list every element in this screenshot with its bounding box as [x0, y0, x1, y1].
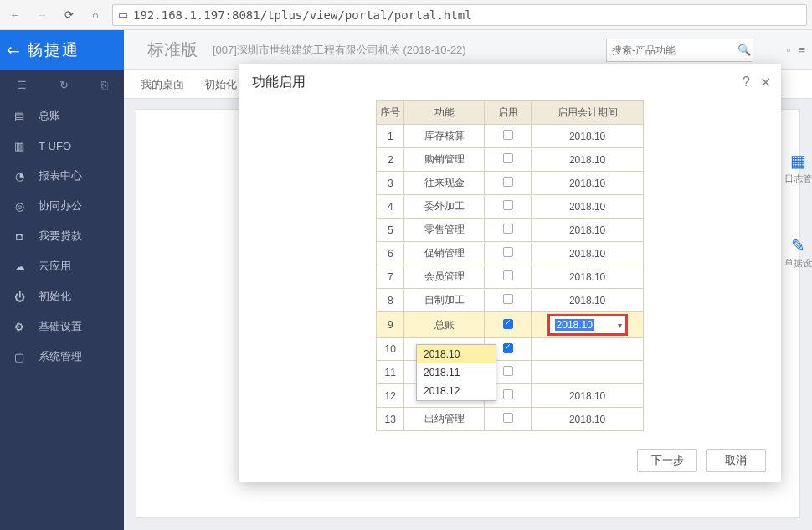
sidebar-item-reports[interactable]: ◔报表中心: [0, 161, 124, 191]
sidebar-item-ledger[interactable]: ▤总账: [0, 100, 124, 131]
table-row[interactable]: 5零售管理2018.10: [377, 219, 644, 242]
cancel-button[interactable]: 取消: [706, 449, 766, 472]
col-period: 启用会计期间: [532, 101, 644, 125]
sidebar-item-collab[interactable]: ◎协同办公: [0, 191, 124, 221]
sidebar-item-base[interactable]: ⚙基础设置: [0, 311, 124, 342]
enable-checkbox[interactable]: [503, 389, 513, 399]
cell-index: 13: [377, 408, 404, 431]
cell-enable[interactable]: [485, 125, 532, 148]
save-icon[interactable]: ▫: [787, 44, 791, 56]
cell-enable[interactable]: [485, 219, 532, 242]
forward-button[interactable]: →: [32, 5, 52, 25]
refresh-icon[interactable]: ↻: [59, 79, 69, 91]
enable-checkbox[interactable]: [503, 247, 513, 257]
cell-period: 2018.10: [532, 125, 644, 148]
sidebar-item-label: 基础设置: [39, 319, 82, 334]
table-row[interactable]: 13出纳管理2018.10: [377, 408, 644, 431]
float-label: 单据设: [784, 257, 812, 270]
table-row[interactable]: 2购销管理2018.10: [377, 148, 644, 172]
modal-title: 功能启用: [252, 74, 306, 91]
brand-logo[interactable]: ⇐ 畅捷通: [0, 30, 124, 70]
back-arrow-icon[interactable]: ⇐: [7, 40, 22, 59]
period-value: 2018.10: [555, 319, 594, 331]
enable-checkbox[interactable]: [503, 200, 513, 210]
table-row[interactable]: 8自制加工2018.10: [377, 289, 644, 312]
sidebar-item-label: 我要贷款: [39, 229, 82, 244]
dropdown-option[interactable]: 2018.12: [417, 382, 496, 400]
enable-checkbox[interactable]: [503, 130, 513, 140]
sidebar-item-label: 系统管理: [39, 349, 82, 364]
brand-text: 畅捷通: [27, 39, 80, 61]
search-icon[interactable]: 🔍: [737, 44, 751, 56]
cell-enable[interactable]: [485, 312, 532, 338]
enable-checkbox[interactable]: [503, 319, 513, 329]
close-icon[interactable]: ✕: [760, 75, 771, 90]
cell-enable[interactable]: [485, 408, 532, 431]
dropdown-option[interactable]: 2018.10: [417, 345, 496, 363]
cell-index: 5: [377, 219, 404, 242]
cell-period[interactable]: 2018.10▾: [532, 312, 644, 338]
tab-init[interactable]: 初始化: [204, 77, 237, 92]
chart-icon: ◔: [12, 170, 27, 183]
enable-checkbox[interactable]: [503, 294, 513, 304]
table-row[interactable]: 4委外加工2018.10: [377, 195, 644, 219]
enable-checkbox[interactable]: [503, 153, 513, 163]
power-icon: ⏻: [12, 291, 27, 303]
help-icon[interactable]: ?: [743, 75, 750, 90]
sidebar-item-tufo[interactable]: ▥T-UFO: [0, 131, 124, 161]
cell-period: 2018.10: [532, 408, 644, 431]
cell-enable[interactable]: [485, 242, 532, 265]
sidebar-item-sys[interactable]: ▢系统管理: [0, 342, 124, 372]
search-input[interactable]: [612, 44, 737, 56]
calendar-icon: ▦: [790, 151, 806, 171]
col-feature: 功能: [404, 101, 485, 125]
sidebar-item-label: 报表中心: [39, 168, 82, 183]
cell-period: 2018.10: [532, 148, 644, 172]
reload-button[interactable]: ⟳: [59, 5, 79, 25]
cell-feature: 促销管理: [404, 242, 485, 265]
chevron-down-icon: ▾: [618, 321, 622, 330]
sidebar-item-init[interactable]: ⏻初始化: [0, 281, 124, 311]
sidebar-item-cloud[interactable]: ☁云应用: [0, 251, 124, 281]
period-dropdown[interactable]: 2018.10▾: [547, 314, 628, 336]
sidebar-item-loan[interactable]: ◘我要贷款: [0, 221, 124, 251]
enable-checkbox[interactable]: [503, 177, 513, 187]
cell-feature: 会员管理: [404, 265, 485, 289]
ufo-icon: ▥: [12, 140, 27, 152]
next-button[interactable]: 下一步: [637, 449, 697, 472]
cell-feature: 出纳管理: [404, 408, 485, 431]
url-bar[interactable]: ▭ 192.168.1.197:8081/tplus/view/portal/p…: [112, 4, 807, 26]
enable-checkbox[interactable]: [503, 224, 513, 234]
table-row[interactable]: 9总账2018.10▾: [377, 312, 644, 338]
expand-icon[interactable]: ⎘: [101, 79, 108, 91]
dropdown-option[interactable]: 2018.11: [417, 363, 496, 382]
home-button[interactable]: ⌂: [85, 5, 105, 25]
settings-icon[interactable]: ≡: [799, 44, 805, 56]
page-title: 标准版: [147, 39, 198, 61]
cell-enable[interactable]: [485, 148, 532, 172]
back-button[interactable]: ←: [5, 5, 25, 25]
col-index: 序号: [377, 101, 404, 125]
tab-desktop[interactable]: 我的桌面: [141, 77, 184, 92]
cell-index: 1: [377, 125, 404, 148]
enable-checkbox[interactable]: [503, 343, 513, 353]
cell-period: 2018.10: [532, 265, 644, 289]
edit-icon: ✎: [791, 235, 805, 255]
menu-icon[interactable]: ☰: [17, 79, 27, 91]
enable-checkbox[interactable]: [503, 366, 513, 376]
table-row[interactable]: 1库存核算2018.10: [377, 125, 644, 148]
cell-enable[interactable]: [485, 195, 532, 219]
table-row[interactable]: 3往来现金2018.10: [377, 172, 644, 195]
float-log[interactable]: ▦日志管: [784, 151, 812, 185]
search-box[interactable]: 🔍: [606, 39, 753, 62]
cell-index: 12: [377, 384, 404, 408]
enable-checkbox[interactable]: [503, 270, 513, 280]
table-row[interactable]: 6促销管理2018.10: [377, 242, 644, 265]
cell-enable[interactable]: [485, 289, 532, 312]
float-doc[interactable]: ✎单据设: [784, 235, 812, 270]
enable-checkbox[interactable]: [503, 413, 513, 423]
sidebar-item-label: 协同办公: [39, 198, 82, 214]
table-row[interactable]: 7会员管理2018.10: [377, 265, 644, 289]
cell-enable[interactable]: [485, 265, 532, 289]
cell-enable[interactable]: [485, 172, 532, 195]
